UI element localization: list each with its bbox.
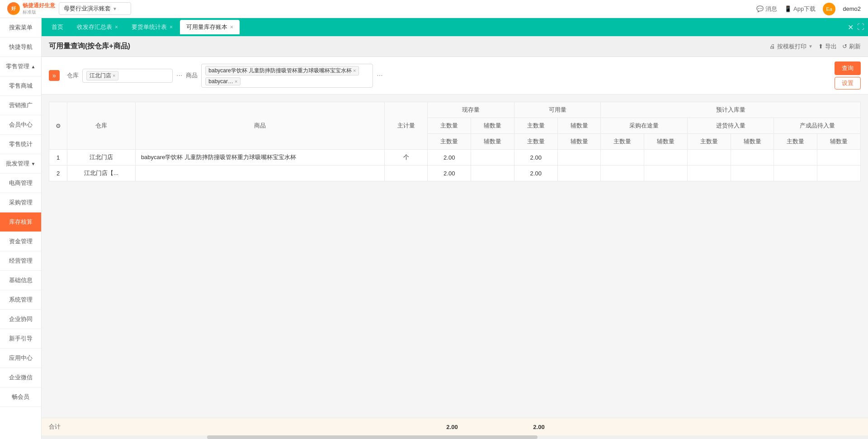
tab-bar-right: ✕ ⛶	[848, 23, 864, 32]
tab-order-close[interactable]: ×	[170, 24, 173, 30]
warehouse-filter-label: 仓库	[67, 71, 79, 80]
table-row: 1 江北门店 babycare学饮杯 儿童防摔防撞吸管杯重力球吸嘴杯宝宝水杯 个…	[49, 150, 861, 165]
company-selector[interactable]: 母婴行业演示账套 ▼	[59, 2, 131, 15]
row-product-aux	[817, 150, 861, 165]
tab-cashflow-label: 收发存汇总表	[77, 23, 112, 31]
warehouse-tag[interactable]: 江北门店 ×	[86, 71, 118, 80]
top-bar-right: 💬 消息 📱 App下载 Ea demo2	[756, 3, 861, 15]
goods-filter-more[interactable]: ···	[377, 71, 382, 80]
row-stock-aux	[471, 150, 514, 165]
export-button[interactable]: ⬆ 导出	[818, 42, 837, 51]
th-settings[interactable]: ⚙	[49, 102, 67, 150]
company-dropdown-arrow: ▼	[113, 6, 117, 11]
goods-tag2-close[interactable]: ×	[235, 79, 237, 84]
username[interactable]: demo2	[843, 5, 861, 12]
sidebar-item-appcenter[interactable]: 应用中心	[0, 349, 41, 368]
tab-order[interactable]: 要货单统计表 ×	[125, 20, 179, 34]
row-inbound-aux	[731, 150, 774, 165]
user-avatar[interactable]: Ea	[823, 3, 835, 15]
sidebar-item-search[interactable]: 搜索菜单	[0, 18, 41, 38]
message-icon: 💬	[756, 5, 764, 12]
th-product-sub: 产成品待入量	[774, 118, 861, 134]
warehouse-filter-more[interactable]: ···	[176, 71, 182, 80]
app-download-button[interactable]: 📱 App下载	[784, 5, 816, 13]
print-button[interactable]: 🖨 按模板打印 ▼	[769, 42, 813, 51]
sidebar-item-stats[interactable]: 零售统计	[0, 135, 41, 154]
company-name: 母婴行业演示账套	[64, 5, 111, 13]
tab-home[interactable]: 首页	[45, 20, 70, 34]
message-button[interactable]: 💬 消息	[756, 5, 777, 13]
tab-available-label: 可用量库存账本	[186, 23, 227, 31]
th-forecast-group: 预计入库量	[601, 102, 861, 118]
tab-available[interactable]: 可用量库存账本 ×	[180, 20, 240, 34]
goods-filter-label: 商品	[186, 71, 198, 80]
tab-order-label: 要货单统计表	[132, 23, 167, 31]
sidebar-item-basic[interactable]: 基础信息	[0, 271, 41, 290]
goods-tag1-close[interactable]: ×	[353, 68, 356, 73]
th-avail-aux2: 辅数量	[557, 134, 601, 150]
sidebar-item-wechat[interactable]: 企业微信	[0, 368, 41, 387]
logo-icon: 好	[7, 2, 20, 15]
sidebar-item-system[interactable]: 系统管理	[0, 290, 41, 310]
goods-tag1[interactable]: babycare学饮杯 儿童防摔防撞吸管杯重力球吸嘴杯宝宝水杯 ×	[205, 66, 359, 76]
row-stock-main: 2.00	[428, 150, 471, 165]
sidebar-item-operation[interactable]: 经营管理	[0, 251, 41, 271]
page-header: 可用量查询(按仓库+商品) 🖨 按模板打印 ▼ ⬆ 导出 ↺ 刷新	[42, 36, 868, 57]
query-button[interactable]: 查询	[835, 61, 861, 75]
retail-arrow-icon: ▲	[31, 64, 36, 69]
refresh-label: 刷新	[849, 42, 861, 51]
sidebar-item-member2[interactable]: 畅会员	[0, 387, 41, 407]
refresh-button[interactable]: ↺ 刷新	[842, 42, 861, 51]
th-available-group: 可用量	[514, 102, 601, 118]
th-avail-main2: 主数量	[514, 134, 557, 150]
warehouse-tag-value: 江北门店	[90, 72, 111, 80]
sidebar-item-retail[interactable]: 零售管理 ▲	[0, 57, 41, 76]
top-bar-left: 好 畅捷通好生意 标准版 母婴行业演示账套 ▼	[7, 2, 131, 15]
sidebar-item-inventory[interactable]: 库存核算	[0, 212, 41, 232]
sidebar-item-newbie[interactable]: 新手引导	[0, 329, 41, 349]
filter-area: » 仓库 江北门店 × ··· 商品 babycare学饮杯 儿童防摔防撞吸管杯…	[42, 57, 868, 94]
sidebar-item-member[interactable]: 会员中心	[0, 115, 41, 135]
th-unit: 主计量	[384, 102, 428, 150]
sidebar-item-wholesale[interactable]: 批发管理 ▼	[0, 154, 41, 174]
logo-text-block: 畅捷通好生意 标准版	[23, 2, 55, 15]
row-goods	[135, 165, 384, 181]
sidebar-item-nav[interactable]: 快捷导航	[0, 38, 41, 57]
row-unit: 个	[384, 150, 428, 165]
warehouse-tag-close[interactable]: ×	[113, 73, 115, 78]
tab-cashflow-close[interactable]: ×	[115, 24, 118, 30]
row-purchase-main	[601, 165, 644, 181]
goods-filter-input[interactable]: babycare学饮杯 儿童防摔防撞吸管杯重力球吸嘴杯宝宝水杯 × babyca…	[201, 64, 373, 88]
sidebar-item-enterprise[interactable]: 企业协同	[0, 310, 41, 329]
th-avail-aux: 辅数量	[557, 118, 601, 134]
settings-button[interactable]: 设置	[835, 77, 861, 90]
scroll-indicator[interactable]	[42, 435, 868, 439]
filter-toggle-button[interactable]: »	[49, 70, 60, 81]
scroll-thumb[interactable]	[207, 435, 538, 439]
goods-tag2[interactable]: babycar… ×	[205, 77, 241, 85]
sidebar-item-marketing[interactable]: 营销推广	[0, 96, 41, 115]
warehouse-filter-input[interactable]: 江北门店 ×	[82, 69, 173, 83]
table-area: ⚙ 仓库 商品 主计量 现存量 可用量 预计入库量 主数量 辅数量 主数量	[42, 94, 868, 418]
refresh-icon: ↺	[842, 43, 847, 50]
th-stock-group: 现存量	[428, 102, 514, 118]
tab-expand-btn[interactable]: ⛶	[857, 23, 864, 31]
th-avail-main: 主数量	[514, 118, 557, 134]
tab-cashflow[interactable]: 收发存汇总表 ×	[71, 20, 124, 34]
sidebar-item-mall[interactable]: 零售商城	[0, 76, 41, 96]
th-product-main: 主数量	[774, 134, 817, 150]
logo-area: 好 畅捷通好生意 标准版	[7, 2, 55, 15]
footer-label: 合计	[49, 423, 61, 431]
tab-bar: 首页 收发存汇总表 × 要货单统计表 × 可用量库存账本 × ✕ ⛶	[42, 18, 868, 36]
th-inbound-aux: 辅数量	[731, 134, 774, 150]
row-purchase-aux	[644, 165, 688, 181]
tab-available-close[interactable]: ×	[230, 24, 233, 30]
sidebar-item-ecommerce[interactable]: 电商管理	[0, 174, 41, 193]
sidebar-item-finance[interactable]: 资金管理	[0, 232, 41, 251]
th-stock-main: 主数量	[428, 118, 471, 134]
row-warehouse: 江北门店	[67, 150, 136, 165]
sidebar-item-purchase[interactable]: 采购管理	[0, 193, 41, 212]
row-product-aux	[817, 165, 861, 181]
download-label: App下载	[793, 5, 816, 13]
tab-close-all-btn[interactable]: ✕	[848, 23, 854, 32]
